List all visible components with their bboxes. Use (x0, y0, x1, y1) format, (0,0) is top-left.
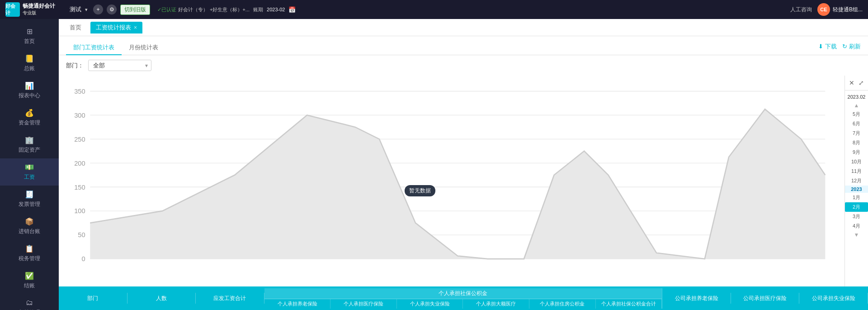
add-button[interactable]: + (93, 5, 103, 14)
archive-icon: 🗂 (26, 299, 33, 307)
sidebar-label-assets: 固定资产 (19, 146, 40, 154)
logo-title: 畅捷通好会计 (23, 3, 55, 10)
ai-consult-link[interactable]: 人工咨询 (790, 6, 812, 14)
sidebar-item-funds[interactable]: 💰 资金管理 (0, 104, 59, 131)
dept-select-wrapper: 全部 (88, 60, 151, 71)
logo-text-area: 畅捷通好会计 专业版 (23, 3, 55, 16)
sidebar-label-invoice: 发票管理 (19, 200, 40, 208)
th-personal-group-label: 个人承担社保公积金 (264, 288, 662, 299)
download-label: 下载 (825, 43, 837, 51)
refresh-button[interactable]: ↻ 刷新 (842, 43, 861, 51)
y-label-50: 50 (78, 231, 85, 238)
sidebar-item-settle[interactable]: ✅ 结账 (0, 267, 59, 294)
sidebar-item-invoice[interactable]: 🧾 发票管理 (0, 186, 59, 213)
sidebar-item-salary[interactable]: 💵 工资 (0, 158, 59, 186)
month-11[interactable]: 11月 (845, 167, 868, 176)
th-pension: 个人承担养老保险 (264, 299, 331, 309)
tab-home[interactable]: 首页 (62, 22, 89, 33)
close-panel-icon[interactable]: ✕ (848, 78, 856, 87)
sidebar-item-home[interactable]: ⊞ 首页 (0, 23, 59, 50)
switch-version-button[interactable]: 切到旧版 (120, 5, 150, 15)
header-quick-actions: + ⚙ (93, 5, 117, 14)
month-7[interactable]: 7月 (845, 129, 868, 138)
th-unemployment: 个人承担失业保险 (397, 299, 463, 309)
home-icon: ⊞ (27, 27, 33, 36)
tab-bar: 首页 工资统计报表 × (59, 19, 868, 36)
main-layout: ⊞ 首页 📒 总账 📊 报表中心 💰 资金管理 🏢 固定资产 💵 工资 🧾 发票… (0, 19, 868, 310)
salary-chart: 350 300 250 200 150 100 50 0 (66, 79, 837, 283)
period-label: 账期 (253, 6, 263, 13)
tab-salary-label: 工资统计报表 (96, 24, 131, 32)
month-2023-4[interactable]: 4月 (845, 221, 868, 231)
month-8[interactable]: 8月 (845, 138, 868, 148)
th-company-medical: 公司承担医疗保险 (731, 293, 800, 304)
dept-select[interactable]: 全部 (88, 60, 151, 71)
right-panel-controls: ✕ ⤢ (845, 76, 868, 91)
logo-area: 好会计 畅捷通好会计 专业版 (5, 2, 64, 17)
top-header: 好会计 畅捷通好会计 专业版 测试 ▾ + ⚙ 切到旧版 ✓已认证 好会计（专）… (0, 0, 868, 19)
sidebar-item-purchases[interactable]: 📦 进销台账 (0, 213, 59, 240)
tax-icon: 📋 (25, 244, 34, 253)
month-2023-3[interactable]: 3月 (845, 212, 868, 221)
sidebar-label-funds: 资金管理 (19, 119, 40, 127)
settings-button[interactable]: ⚙ (107, 5, 117, 14)
invoice-icon: 🧾 (25, 190, 34, 199)
sidebar-label-ledger: 总账 (24, 65, 35, 72)
sidebar-label-purchases: 进销台账 (19, 228, 40, 235)
table-header: 部门 人数 应发工资合计 个人承担社保公积金 个人承担养老保险 个人承担医疗保险… (59, 286, 868, 310)
sidebar-item-tax[interactable]: 📋 税务管理 (0, 240, 59, 267)
tab-salary-report[interactable]: 工资统计报表 × (90, 22, 142, 33)
salary-icon: 💵 (25, 163, 34, 172)
th-total-salary: 应发工资合计 (196, 293, 264, 304)
extra-tags: +好生意（标）+... (210, 6, 250, 13)
filter-bar: 部门： 全部 (59, 55, 868, 76)
th-personal-total: 个人承担社保公积金合计 (596, 299, 662, 309)
th-personal-group: 个人承担社保公积金 个人承担养老保险 个人承担医疗保险 个人承担失业保险 个人承… (264, 288, 663, 309)
refresh-label: 刷新 (849, 43, 861, 51)
tab-close-icon[interactable]: × (134, 24, 137, 31)
verified-status: ✓已认证 (157, 6, 176, 13)
ledger-icon: 📒 (25, 54, 34, 63)
month-10[interactable]: 10月 (845, 157, 868, 167)
reports-icon: 📊 (25, 81, 34, 90)
filter-dept-label: 部门： (66, 62, 84, 70)
sidebar-item-assets[interactable]: 🏢 固定资产 (0, 131, 59, 158)
assets-icon: 🏢 (25, 136, 34, 144)
th-medical: 个人承担医疗保险 (330, 299, 397, 309)
month-12[interactable]: 12月 (845, 176, 868, 186)
sub-tab-month[interactable]: 月份统计表 (122, 41, 165, 55)
status-tags: ✓已认证 好会计（专） +好生意（标）+... (157, 6, 250, 13)
good-accounting-status: 好会计（专） (178, 6, 208, 13)
month-9[interactable]: 9月 (845, 148, 868, 157)
expand-panel-icon[interactable]: ⤢ (858, 78, 866, 87)
calendar-icon[interactable]: 📅 (288, 6, 296, 13)
sidebar-item-ledger[interactable]: 📒 总账 (0, 50, 59, 77)
month-2023-2[interactable]: 2月 (845, 202, 868, 212)
th-company-pension: 公司承担养老保险 (662, 293, 731, 304)
purchases-icon: 📦 (25, 217, 34, 226)
sidebar-item-reports[interactable]: 📊 报表中心 (0, 77, 59, 104)
page-content: 部门工资统计表 月份统计表 ⬇ 下载 ↻ 刷新 部门： (59, 36, 868, 310)
sidebar-item-archive[interactable]: 🗂 归档管理 (0, 294, 59, 310)
y-label-150: 150 (74, 184, 85, 191)
y-label-200: 200 (74, 160, 85, 167)
user-area: CE 轻捷通B组... (817, 3, 863, 16)
scroll-up-btn[interactable]: ▲ (845, 101, 868, 110)
month-6[interactable]: 6月 (845, 119, 868, 129)
settle-icon: ✅ (25, 272, 34, 280)
download-button[interactable]: ⬇ 下载 (818, 43, 837, 51)
user-name: 轻捷通B组... (833, 6, 863, 14)
year-label: 2023.02 (847, 92, 867, 101)
year-2023-section: 2023 (845, 186, 868, 193)
logo-subtitle: 专业版 (23, 10, 55, 16)
th-personal-sub-cells: 个人承担养老保险 个人承担医疗保险 个人承担失业保险 个人承担大额医疗 个人承担… (264, 299, 662, 309)
th-major-medical: 个人承担大额医疗 (463, 299, 529, 309)
month-5[interactable]: 5月 (845, 110, 868, 119)
company-dropdown-icon[interactable]: ▾ (85, 7, 88, 13)
sub-tab-dept[interactable]: 部门工资统计表 (66, 41, 122, 55)
sidebar-label-home: 首页 (24, 38, 35, 45)
scroll-down-btn[interactable]: ▼ (845, 231, 868, 239)
company-name: 测试 (70, 5, 81, 14)
user-avatar: CE (817, 3, 830, 16)
month-2023-1[interactable]: 1月 (845, 193, 868, 202)
